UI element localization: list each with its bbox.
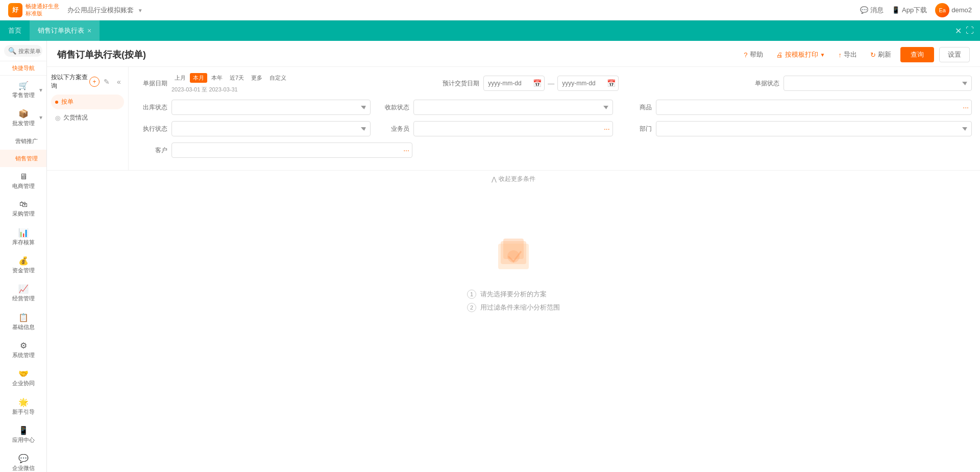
search-input[interactable]	[18, 48, 47, 54]
delivery-select[interactable]	[172, 100, 371, 115]
dept-label: 部门	[621, 125, 652, 133]
settings-btn[interactable]: 设置	[939, 47, 970, 62]
date-range-wrap: 📅 — 📅	[483, 76, 619, 91]
sidebar-item-retail[interactable]: 🛒 零售管理 ▼	[0, 76, 46, 104]
shortage-icon: ◎	[55, 114, 60, 122]
date-tab-this-year[interactable]: 本年	[208, 73, 226, 83]
add-scheme-btn[interactable]: +	[89, 77, 100, 87]
sidebar-item-sales[interactable]: 销售管理	[0, 150, 46, 167]
customer-dots-icon[interactable]: ···	[403, 146, 409, 154]
dept-field: 部门 ▼	[621, 121, 972, 136]
tab-sales-order[interactable]: 销售订单执行表 ×	[30, 20, 100, 41]
tab-close-btn[interactable]: ×	[87, 27, 91, 34]
sidebar-item-label: 批发管理	[12, 120, 35, 127]
sidebar-item-system[interactable]: ⚙ 系统管理	[0, 336, 46, 364]
sidebar-item-label: 采购管理	[12, 210, 35, 217]
date-tab-more[interactable]: 更多	[248, 73, 265, 83]
print-dropdown-icon[interactable]: ▼	[820, 52, 825, 58]
date-label: 单据日期	[137, 79, 167, 88]
sidebar-item-newuser[interactable]: 🌟 新手引导	[0, 392, 46, 420]
exec-label: 执行状态	[137, 125, 167, 133]
sidebar-item-label: 营销推广	[15, 137, 38, 145]
exec-field: 执行状态 ▼	[137, 121, 371, 136]
date-tab-custom[interactable]: 自定义	[266, 73, 289, 83]
sidebar-item-management[interactable]: 📈 经营管理	[0, 279, 46, 307]
user-area[interactable]: Ea demo2	[935, 3, 972, 17]
sidebar-item-wholesale[interactable]: 📦 批发管理 ▲	[0, 104, 46, 132]
sidebar-item-app[interactable]: 📱 应用中心	[0, 420, 46, 449]
sidebar-item-label: 电商管理	[12, 182, 35, 190]
dept-select[interactable]	[656, 121, 972, 136]
scheme-option-single[interactable]: 按单	[51, 95, 124, 109]
sidebar: 🔍 快捷导航 🛒 零售管理 ▼ 📦 批发管理 ▲ 营销推广 销售管理 🖥 电商	[0, 41, 47, 472]
calendar-from-icon[interactable]: 📅	[533, 79, 542, 87]
logo-text: 畅捷通好生意 标准版	[26, 3, 59, 16]
sidebar-item-inventory[interactable]: 📊 库存核算	[0, 223, 46, 251]
calendar-to-icon[interactable]: 📅	[607, 79, 616, 87]
goods-input-wrap: ···	[656, 100, 972, 115]
top-header: 好 畅捷通好生意 标准版 办公用品行业模拟账套 ▼ 💬 消息 📱 App下载 E…	[0, 0, 980, 20]
status-select[interactable]	[783, 76, 972, 91]
collapse-scheme-btn[interactable]: «	[114, 77, 124, 87]
customer-input-wrap: ···	[172, 143, 412, 158]
date-tab-this-month[interactable]: 本月	[190, 73, 207, 83]
management-icon: 📈	[18, 284, 29, 294]
filter-row-4: 客户 ···	[137, 143, 972, 158]
help-btn[interactable]: ? 帮助	[740, 48, 767, 61]
payment-select[interactable]	[413, 100, 612, 115]
enterprise-icon: 🤝	[18, 369, 29, 379]
print-btn[interactable]: 🖨 按模板打印 ▼	[772, 48, 829, 61]
avatar: Ea	[935, 3, 949, 17]
status-field: 单据状态 ▼	[749, 76, 972, 91]
content-area: 销售订单执行表(按单) ? 帮助 🖨 按模板打印 ▼ ↑ 导出	[47, 41, 980, 472]
sidebar-item-marketing[interactable]: 营销推广	[0, 132, 46, 150]
hint-num-1: 1	[467, 290, 476, 299]
tab-home[interactable]: 首页	[0, 20, 30, 41]
goods-dots-icon[interactable]: ···	[963, 103, 969, 111]
sidebar-item-label: 资金管理	[12, 267, 35, 274]
page-container: 销售订单执行表(按单) ? 帮助 🖨 按模板打印 ▼ ↑ 导出	[47, 41, 980, 472]
sidebar-item-wechat[interactable]: 💬 企业微信	[0, 449, 46, 472]
page-title: 销售订单执行表(按单)	[57, 49, 146, 61]
customer-input[interactable]	[172, 143, 412, 158]
logo-area[interactable]: 好 畅捷通好生意 标准版	[8, 3, 59, 17]
date-tab-last-month[interactable]: 上月	[172, 73, 189, 83]
salesperson-dots-icon[interactable]: ···	[604, 125, 610, 133]
system-dropdown-icon[interactable]: ▼	[138, 8, 143, 13]
query-btn[interactable]: 查询	[900, 47, 934, 62]
wechat-icon: 💬	[18, 454, 29, 463]
refresh-icon: ↻	[870, 51, 876, 59]
basic-icon: 📋	[18, 313, 29, 322]
sidebar-item-ecommerce[interactable]: 🖥 电商管理	[0, 167, 46, 195]
date-range-text: 2023-03-01 至 2023-03-31	[172, 86, 434, 93]
goods-input[interactable]	[656, 100, 972, 115]
payment-label: 收款状态	[379, 103, 409, 112]
tab-close-window-btn[interactable]: ✕	[955, 26, 962, 36]
sidebar-item-purchase[interactable]: 🛍 采购管理	[0, 195, 46, 222]
collapse-bar[interactable]: ⋀ 收起更多条件	[47, 170, 980, 187]
export-icon: ↑	[839, 51, 842, 59]
app-download-btn[interactable]: 📱 App下载	[892, 6, 927, 15]
date-tab-7days[interactable]: 近7天	[227, 73, 247, 83]
exec-select[interactable]	[172, 121, 371, 136]
scheme-option-shortage[interactable]: ◎ 欠货情况	[51, 110, 124, 125]
filter-left-actions: + ✎ «	[89, 77, 124, 87]
edit-scheme-btn[interactable]: ✎	[102, 77, 112, 87]
payment-field: 收款状态 ▼	[379, 100, 612, 115]
salesperson-input[interactable]	[413, 121, 612, 136]
export-btn[interactable]: ↑ 导出	[835, 48, 862, 61]
empty-hint-2: 2 用过滤条件来缩小分析范围	[467, 303, 560, 312]
sidebar-item-finance[interactable]: 💰 资金管理	[0, 251, 46, 279]
system-icon: ⚙	[20, 341, 27, 350]
filter-left: 按以下方案查询 + ✎ « 按单 ◎ 欠货情况	[47, 67, 129, 170]
tab-expand-btn[interactable]: ⛶	[966, 26, 974, 35]
search-wrap[interactable]: 🔍	[4, 45, 42, 57]
finance-icon: 💰	[18, 256, 29, 266]
main-layout: 🔍 快捷导航 🛒 零售管理 ▼ 📦 批发管理 ▲ 营销推广 销售管理 🖥 电商	[0, 41, 980, 472]
refresh-btn[interactable]: ↻ 刷新	[866, 48, 895, 61]
sidebar-item-enterprise[interactable]: 🤝 企业协同	[0, 364, 46, 392]
message-btn[interactable]: 💬 消息	[860, 6, 884, 15]
date-picker-wrap: 上月 本月 本年 近7天 更多 自定义 2023-03-01 至 2023-03…	[172, 73, 434, 93]
sidebar-item-basic[interactable]: 📋 基础信息	[0, 308, 46, 336]
quick-nav-btn[interactable]: 快捷导航	[0, 61, 46, 76]
